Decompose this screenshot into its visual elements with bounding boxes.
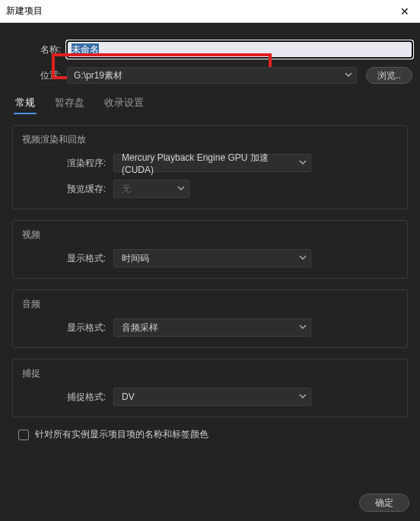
- window-title: 新建项目: [6, 5, 396, 18]
- footer: 确定: [359, 494, 409, 512]
- close-icon[interactable]: ✕: [396, 5, 414, 18]
- location-value: G:\pr19素材: [74, 69, 123, 82]
- chevron-down-icon: [177, 184, 185, 194]
- capture-format-label: 捕捉格式:: [22, 391, 113, 404]
- chevron-down-icon: [299, 158, 307, 168]
- chevron-down-icon: [299, 322, 307, 333]
- preview-cache-value: 无: [122, 183, 131, 196]
- video-format-label: 显示格式:: [22, 252, 113, 265]
- location-select[interactable]: G:\pr19素材: [67, 67, 357, 84]
- show-names-checkbox[interactable]: [18, 430, 29, 440]
- ok-button[interactable]: 确定: [359, 494, 409, 512]
- tab-scratch-disks[interactable]: 暂存盘: [53, 93, 86, 114]
- audio-format-label: 显示格式:: [22, 321, 113, 334]
- group-video: 视频 显示格式: 时间码: [12, 220, 408, 279]
- video-format-value: 时间码: [122, 252, 149, 265]
- renderer-value: Mercury Playback Engine GPU 加速 (CUDA): [122, 152, 292, 175]
- group-render: 视频渲染和回放 渲染程序: Mercury Playback Engine GP…: [12, 125, 408, 209]
- group-audio: 音频 显示格式: 音频采样: [12, 289, 408, 348]
- video-format-select[interactable]: 时间码: [113, 249, 311, 267]
- location-label: 位置:: [8, 69, 67, 82]
- name-input[interactable]: [67, 41, 412, 58]
- name-label: 名称:: [8, 43, 67, 56]
- group-capture: 捕捉 捕捉格式: DV: [12, 359, 408, 417]
- titlebar: 新建项目 ✕: [0, 0, 420, 23]
- browse-button[interactable]: 浏览..: [366, 67, 412, 84]
- chevron-down-icon: [299, 253, 307, 264]
- show-names-row: 针对所有实例显示项目项的名称和标签颜色: [18, 428, 412, 441]
- preview-cache-select: 无: [113, 180, 189, 198]
- audio-format-value: 音频采样: [122, 321, 158, 334]
- group-capture-title: 捕捉: [22, 367, 399, 380]
- tabs: 常规 暂存盘 收录设置: [14, 93, 412, 114]
- renderer-label: 渲染程序:: [22, 157, 113, 170]
- group-audio-title: 音频: [22, 298, 399, 311]
- renderer-select[interactable]: Mercury Playback Engine GPU 加速 (CUDA): [113, 154, 311, 172]
- tab-general[interactable]: 常规: [14, 93, 37, 114]
- group-video-title: 视频: [22, 229, 399, 241]
- group-render-title: 视频渲染和回放: [22, 133, 399, 146]
- chevron-down-icon: [345, 70, 352, 81]
- show-names-label: 针对所有实例显示项目项的名称和标签颜色: [35, 428, 208, 441]
- capture-format-value: DV: [122, 392, 135, 402]
- chevron-down-icon: [299, 392, 307, 402]
- dialog-body: 名称: 位置: G:\pr19素材 浏览.. 常规 暂存盘 收录设置 视频渲染和…: [0, 23, 420, 521]
- preview-cache-label: 预览缓存:: [22, 183, 113, 196]
- tab-ingest[interactable]: 收录设置: [103, 93, 145, 114]
- capture-format-select[interactable]: DV: [113, 388, 311, 406]
- audio-format-select[interactable]: 音频采样: [113, 318, 311, 337]
